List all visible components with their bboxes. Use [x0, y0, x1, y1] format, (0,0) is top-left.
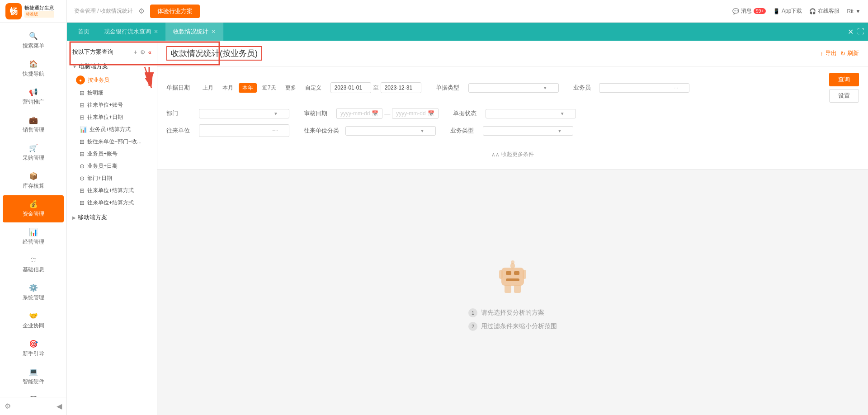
tab-bank-close-icon[interactable]: ✕ — [154, 28, 158, 35]
page-title: 收款情况统计(按业务员) — [166, 46, 262, 61]
sidebar-collapse-icon[interactable]: ◀ — [57, 402, 62, 410]
sidebar-item-label: 销售管理 — [23, 126, 44, 134]
review-date-end-picker[interactable]: yyyy-mm-dd 📅 — [392, 108, 438, 119]
refresh-btn[interactable]: ↻ 刷新 — [840, 49, 859, 57]
tree-item-salesperson-date[interactable]: ⊙ 业务员+日期 — [67, 160, 157, 172]
panel-header: 按以下方案查询 + ⚙ « — [67, 46, 157, 60]
user-dropdown-icon: ▼ — [855, 8, 861, 14]
tab-collection-close-icon[interactable]: ✕ — [211, 28, 216, 35]
sidebar-item-enterprise[interactable]: 🤝 企业协同 — [3, 307, 64, 334]
tree-item-us2-label: 往来单位+结算方式 — [87, 199, 134, 207]
sidebar-settings-icon[interactable]: ⚙ — [5, 402, 11, 410]
tree-item-sd-label: 业务员+日期 — [87, 162, 118, 170]
date-tab-custom[interactable]: 自定义 — [302, 83, 325, 93]
sidebar-item-hardware[interactable]: 💻 智能硬件 — [3, 363, 64, 390]
sidebar-item-search[interactable]: 🔍 搜索菜单 — [3, 27, 64, 54]
user-avatar[interactable]: Rit ▼ — [847, 8, 861, 14]
sidebar-item-quicknav[interactable]: 🏠 快捷导航 — [3, 55, 64, 82]
biz-type-select[interactable]: ▼ — [483, 126, 573, 136]
sidebar-bottom: ⚙ ◀ — [0, 397, 66, 415]
logo-badge: 标准版 — [24, 11, 54, 18]
tab-collection[interactable]: 收款情况统计 ✕ — [166, 23, 223, 41]
tree-item-ss-label: 业务员+结算方式 — [90, 126, 131, 133]
service-icon: 🎧 — [809, 8, 816, 14]
panel-add-icon[interactable]: + — [134, 48, 137, 56]
query-button[interactable]: 查询 — [829, 73, 859, 86]
dept-select[interactable]: ▼ — [199, 109, 289, 118]
tree-desktop-parent[interactable]: ▼ 电脑端方案 — [67, 60, 157, 73]
tab-bank[interactable]: 现金银行流水查询 ✕ — [97, 23, 166, 41]
tree-item-unit-settlement1[interactable]: ⊞ 往来单位+结算方式 — [67, 184, 157, 197]
sidebar-item-label: 基础信息 — [23, 266, 44, 274]
tree-mobile-parent[interactable]: ▶ 移动端方案 — [67, 211, 157, 224]
sidebar-item-purchase[interactable]: 🛒 采购管理 — [3, 139, 64, 166]
tree-item-detail[interactable]: ⊞ 按明细 — [67, 87, 157, 99]
review-date-label: 审核日期 — [304, 109, 331, 118]
trial-button[interactable]: 体验行业方案 — [150, 5, 200, 18]
app-download-btn[interactable]: 📱 App下载 — [773, 7, 802, 15]
svg-rect-3 — [506, 278, 519, 281]
tree-item-salesperson-account[interactable]: ⊞ 业务员+账号 — [67, 148, 157, 160]
svg-point-9 — [511, 260, 514, 264]
tree-item-salesperson-settlement[interactable]: 📊 业务员+结算方式 — [67, 123, 157, 136]
sidebar-item-operations[interactable]: 📊 经营管理 — [3, 223, 64, 250]
tree-item-unit-settlement2[interactable]: ⊞ 往来单位+结算方式 — [67, 197, 157, 209]
date-tab-last-month[interactable]: 上月 — [199, 83, 217, 93]
unit-dots-icon[interactable]: ··· — [272, 127, 278, 135]
date-tab-this-year[interactable]: 本年 — [239, 83, 257, 93]
sidebar-item-finance[interactable]: 💰 资金管理 — [3, 195, 64, 222]
panel-settings-icon[interactable]: ⚙ — [140, 49, 146, 56]
tab-home[interactable]: 首页 — [71, 28, 97, 36]
system-nav-icon: ⚙️ — [29, 283, 38, 292]
unit-select[interactable]: ··· — [199, 124, 289, 137]
tree-arrow-right-icon: ▶ — [72, 215, 76, 220]
enterprise-nav-icon: 🤝 — [29, 311, 38, 320]
panel-collapse-icon[interactable]: « — [148, 49, 151, 56]
tree-mobile-section: ▶ 移动端方案 — [67, 211, 157, 224]
messages-btn[interactable]: 💬 消息 99+ — [732, 7, 766, 15]
hardware-nav-icon: 💻 — [29, 368, 38, 376]
tree-item-salesperson[interactable]: ● 按业务员 — [67, 73, 157, 87]
doc-status-arrow-icon: ▼ — [560, 111, 565, 116]
sidebar-item-sales[interactable]: 💼 销售管理 — [3, 111, 64, 138]
sidebar-item-inventory[interactable]: 📦 库存核算 — [3, 167, 64, 194]
date-start-input[interactable] — [330, 82, 371, 93]
sidebar-item-basic[interactable]: 🗂 基础信息 — [3, 251, 64, 278]
sidebar-item-marketing[interactable]: 📢 营销推广 — [3, 83, 64, 110]
tree-desktop-section: ▼ 电脑端方案 ● 按业务员 ⊞ 按明细 ⊞ 往来单位+账号 ⊞ — [67, 60, 157, 209]
active-indicator: ● — [76, 75, 85, 85]
voucher-type-label: 单据类型 — [436, 84, 463, 92]
date-label: 单据日期 — [166, 84, 193, 92]
date-tab-7days[interactable]: 近7天 — [259, 83, 280, 93]
calendar-icon: 📅 — [372, 110, 378, 117]
tree-item-dept-date[interactable]: ⊙ 部门+日期 — [67, 172, 157, 184]
page-title-area: 收款情况统计(按业务员) — [166, 46, 262, 61]
voucher-type-select[interactable]: ▼ — [468, 83, 559, 93]
collapse-btn[interactable]: ∧∧ 收起更多条件 — [486, 149, 539, 160]
sidebar-item-wechat[interactable]: 💬 企业微信 — [3, 391, 64, 397]
export-btn[interactable]: ↑ 导出 — [821, 49, 837, 57]
tree-item-detail-label: 按明细 — [87, 89, 104, 97]
online-service-btn[interactable]: 🎧 在线客服 — [809, 7, 840, 15]
tree-item-unit-account[interactable]: ⊞ 往来单位+账号 — [67, 99, 157, 111]
salesperson-select[interactable]: ··· — [599, 83, 689, 93]
review-date-sep: — — [384, 110, 390, 117]
svg-rect-1 — [506, 271, 511, 275]
tab-expand-icon[interactable]: ⛶ — [857, 28, 864, 36]
doc-status-select[interactable]: ▼ — [486, 109, 576, 118]
filter-settings-button[interactable]: 设置 — [829, 89, 859, 103]
review-date-start-picker[interactable]: yyyy-mm-dd 📅 — [336, 108, 382, 119]
unit-category-select[interactable]: ▼ — [345, 126, 436, 136]
topbar-settings-icon[interactable]: ⚙ — [138, 7, 145, 15]
date-tab-more[interactable]: 更多 — [282, 83, 300, 93]
date-end-input[interactable] — [381, 82, 421, 93]
date-tabs-group: 上月 本月 本年 近7天 更多 自定义 — [199, 83, 325, 93]
guide-nav-icon: 🎯 — [29, 340, 38, 348]
sidebar-item-system[interactable]: ⚙️ 系统管理 — [3, 279, 64, 306]
content-area: 按以下方案查询 + ⚙ « ▼ 电脑端方案 ● 按业务员 — [67, 41, 868, 415]
sidebar-item-guide[interactable]: 🎯 新手引导 — [3, 335, 64, 362]
tree-item-unit-dept[interactable]: ⊞ 按往来单位+部门+收... — [67, 136, 157, 148]
tab-close-all-icon[interactable]: ✕ — [848, 28, 854, 36]
tree-item-unit-date[interactable]: ⊞ 往来单位+日期 — [67, 111, 157, 123]
date-tab-this-month[interactable]: 本月 — [219, 83, 237, 93]
